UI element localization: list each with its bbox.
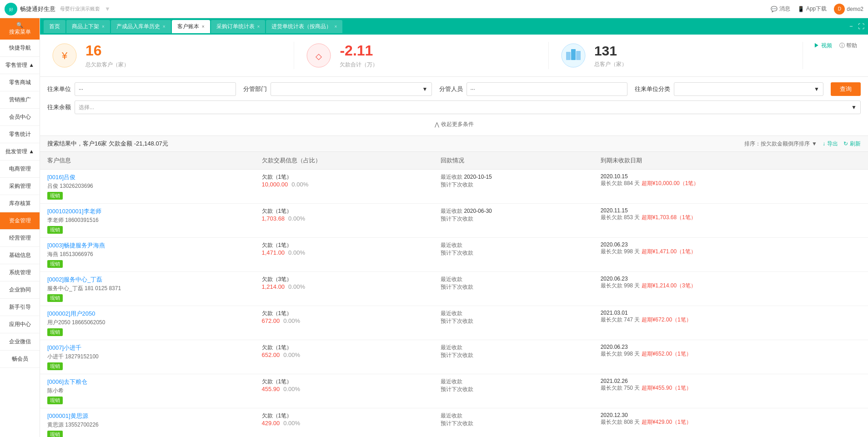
app-download-btn[interactable]: 📱 App下载 [798,5,827,13]
customer-name[interactable]: [0006]去下粮仓 [47,378,247,386]
overdue-customers-icon: ¥ [51,42,78,69]
customer-name[interactable]: [0016]吕俊 [47,173,247,181]
debt-percent: 0.00% [291,181,308,188]
tab-customer-account[interactable]: 客户账本 × [172,20,210,33]
sidebar-item-appcenter[interactable]: 应用中心 [0,316,40,333]
customer-name[interactable]: [0002]服务中心_丁磊 [47,276,247,284]
minimize-icon[interactable]: － [848,22,854,30]
maximize-icon[interactable]: ⛶ [858,23,864,30]
sidebar-item-marketing[interactable]: 营销推广 [0,91,40,109]
overdue-amount-text[interactable]: 超期¥652.00（1笔） [642,351,692,357]
debt-info-cell: 欠款（1笔） 652.000.00% [255,340,434,374]
sidebar-item-retail-stats[interactable]: 零售统计 [0,126,40,143]
overdue-info: 最长欠款 750 天 超期¥455.90（1笔） [601,384,861,392]
overdue-amount-text[interactable]: 超期¥672.00（1笔） [642,316,692,323]
overdue-amount-text[interactable]: 超期¥10,000.00（1笔） [642,180,699,186]
recent-date: 2020-06-30 [464,208,492,214]
debt-amount[interactable]: 455.900.00% [262,386,426,392]
recent-label: 最近收款 [441,378,462,385]
help-btn[interactable]: ⓘ 帮助 [839,42,857,50]
customer-info-cell: [0001020001]李老师 李老师 18600391516 现销 [40,204,255,238]
debt-amount[interactable]: 672.000.00% [262,317,426,324]
tab-production-history[interactable]: 产成品入库单历史 × [111,20,171,33]
customer-info-cell: [0016]吕俊 吕俊 13026203696 现销 [40,170,255,204]
unit-category-select[interactable]: ▼ [674,82,823,96]
department-arrow: ▼ [422,86,428,92]
debt-percent: 0.00% [288,249,305,256]
sidebar-item-wechat[interactable]: 企业微信 [0,333,40,351]
refresh-button[interactable]: ↻ 刷新 [843,140,861,148]
message-btn[interactable]: 💬 消息 [771,5,790,13]
sidebar-item-guide[interactable]: 新手引导 [0,299,40,316]
tab-purchase-summary[interactable]: 采购订单统计表 × [211,20,266,33]
customer-contact: 李老师 18600391516 [47,216,247,224]
table-row: [000002]用户2050 用户2050 18665062050 现销 欠款（… [40,306,868,340]
due-date-cell: 2020.10.15 最长欠款 884 天 超期¥10,000.00（1笔） [593,170,868,204]
collapse-button[interactable]: ⋀ 收起更多条件 [47,119,861,130]
manager-input[interactable]: ··· [467,82,628,96]
customer-name[interactable]: [0001020001]李老师 [47,207,247,216]
customer-info-cell: [0002]服务中心_丁磊 服务中心_丁磊 181 0125 8371 现销 [40,272,255,306]
overdue-amount-text[interactable]: 超期¥429.00（1笔） [642,419,692,425]
filter-row-1: 往来单位 ··· 分管部门 ▼ 分管人员 [47,82,861,96]
debt-amount[interactable]: 1,471.000.00% [262,249,426,256]
debt-amount[interactable]: 1,703.680.00% [262,215,426,222]
sidebar-item-inventory[interactable]: 库存核算 [0,195,40,212]
tab-close-inventory[interactable]: × [334,24,337,29]
overdue-info: 最长欠款 884 天 超期¥10,000.00（1笔） [601,180,861,187]
due-date: 2020.10.15 [601,173,861,180]
mobile-icon: 📱 [798,6,804,12]
customer-name[interactable]: [0007]小进千 [47,344,247,352]
overdue-amount-text[interactable]: 超期¥1,471.00（1笔） [642,248,696,255]
sidebar-item-base-info[interactable]: 基础信息 [0,247,40,264]
user-avatar[interactable]: D demo2 [834,4,863,15]
sidebar-item-purchase[interactable]: 采购管理 [0,178,40,195]
debt-amount[interactable]: 652.000.00% [262,352,426,358]
tab-close-purchase[interactable]: × [257,24,260,29]
sidebar-search[interactable]: 🔍 搜索菜单 [0,18,40,40]
sidebar-item-retail-mall[interactable]: 零售商城 [0,74,40,91]
department-select[interactable]: ▼ [271,82,432,96]
search-button[interactable]: 查询 [831,82,861,96]
tab-close-products[interactable]: × [102,24,105,29]
customer-name[interactable]: [0003]畅捷服务尹海燕 [47,241,247,250]
tab-products-off[interactable]: 商品上下架 × [66,20,110,33]
overdue-info: 最长欠款 998 天 超期¥1,214.00（3笔） [601,282,861,290]
filter-manager: 分管人员 ··· [439,82,628,96]
sidebar-item-enterprise[interactable]: 企业协同 [0,281,40,299]
due-date: 2020.11.15 [601,207,861,214]
sidebar-item-batch-mgmt[interactable]: 批发管理 ▲ [0,143,40,161]
tab-inventory-stats[interactable]: 进货单统计表（按商品） × [266,20,342,33]
customer-name[interactable]: [000001]黄思源 [47,412,247,420]
customer-name[interactable]: [000002]用户2050 [47,310,247,318]
sort-button[interactable]: 排序：按欠款金额倒序排序 ▼ [744,140,817,148]
sidebar-item-ops[interactable]: 经营管理 [0,230,40,247]
due-date: 2020.06.23 [601,241,861,248]
overdue-amount-text[interactable]: 超期¥1,703.68（1笔） [642,214,696,221]
sidebar-item-system[interactable]: 系统管理 [0,264,40,281]
sidebar-item-member[interactable]: 会员中心 [0,109,40,126]
sidebar-item-chang-member[interactable]: 畅会员 [0,351,40,368]
debt-amount[interactable]: 1,214.000.00% [262,283,426,290]
overdue-amount-text[interactable]: 超期¥455.90（1笔） [642,385,692,391]
sidebar-item-ecommerce[interactable]: 电商管理 [0,161,40,178]
view-btn[interactable]: ▶ 视频 [814,42,832,50]
tab-home[interactable]: 首页 [44,20,65,33]
debt-amount[interactable]: 429.000.00% [262,420,426,427]
tab-close-customer[interactable]: × [202,24,205,29]
debt-percent: 0.00% [283,420,300,427]
balance-select[interactable]: 选择... ▼ [75,100,861,114]
department-label: 分管部门 [243,85,267,93]
sidebar-item-retail-mgmt[interactable]: 零售管理 ▲ [0,57,40,74]
export-button[interactable]: ↓ 导出 [823,140,838,148]
customer-info-cell: [0006]去下粮仓 陈小希 现销 [40,374,255,408]
overdue-amount-text[interactable]: 超期¥1,214.00（3笔） [642,282,696,289]
tab-close-production[interactable]: × [163,24,166,29]
sidebar-item-quick-nav[interactable]: 快捷导航 [0,40,40,57]
stat-overdue-info: 16 总欠款客户（家） [85,42,129,69]
debt-label: 欠款（1笔） [262,173,426,181]
debt-percent: 0.00% [283,386,300,392]
debt-amount[interactable]: 10,000.000.00% [262,181,426,188]
sidebar-item-finance[interactable]: 资金管理 [0,212,40,230]
source-unit-input[interactable]: ··· [75,82,236,96]
